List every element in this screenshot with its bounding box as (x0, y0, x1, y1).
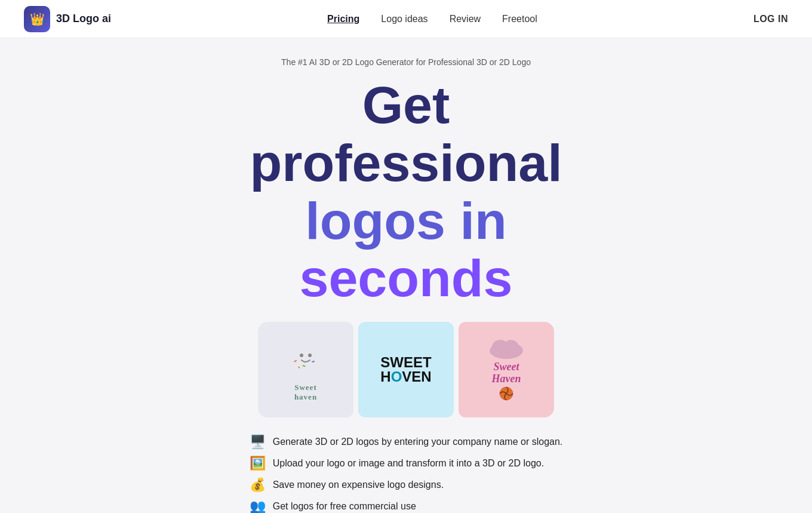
logo-card-3: SweetHaven (459, 322, 554, 417)
nav-link-freetool[interactable]: Freetool (502, 14, 537, 24)
brand-logo[interactable]: 👑 3D Logo ai (24, 6, 111, 32)
svg-point-10 (504, 340, 518, 352)
nav-link-logo-ideas[interactable]: Logo ideas (381, 14, 427, 24)
svg-rect-1 (288, 355, 324, 371)
nav-links: Pricing Logo ideas Review Freetool (327, 14, 537, 24)
svg-point-3 (308, 354, 312, 357)
sweet-haven-text-1: Sweethaven (294, 383, 317, 402)
feature-item-3: 💰 Save money on expensive logo designs. (250, 477, 563, 493)
sweet-hoven-logo-2: SWEETHOVEN (376, 351, 436, 389)
logo-showcase: Sweethaven SWEETHOVEN SweetHaven (258, 322, 554, 417)
hero-line-2: professional (250, 134, 562, 192)
logo-card-2: SWEETHOVEN (358, 322, 454, 417)
navbar: 👑 3D Logo ai Pricing Logo ideas Review F… (0, 0, 812, 38)
sweet-haven-text-3: SweetHaven (492, 361, 521, 385)
image-emoji: 🖼️ (250, 456, 266, 471)
monitor-emoji: 🖥️ (250, 434, 266, 450)
hero-heading: Get professional logos in seconds (250, 76, 562, 308)
nav-link-review[interactable]: Review (450, 14, 481, 24)
brand-name: 3D Logo ai (56, 13, 111, 25)
cloud-svg-3 (488, 339, 524, 360)
logo-icon: 👑 (24, 6, 50, 32)
money-emoji: 💰 (250, 477, 266, 493)
page-subtitle: The #1 AI 3D or 2D Logo Generator for Pr… (281, 57, 531, 67)
sweet-haven-logo-1: Sweethaven (282, 337, 330, 402)
login-button[interactable]: LOG IN (753, 14, 788, 24)
features-list: 🖥️ Generate 3D or 2D logos by entering y… (250, 434, 563, 513)
feature-item-4: 👥 Get logos for free commercial use (250, 499, 563, 513)
basketball-icon (499, 386, 513, 401)
feature-text-4: Get logos for free commercial use (273, 501, 416, 512)
feature-item-2: 🖼️ Upload your logo or image and transfo… (250, 456, 563, 471)
svg-point-2 (300, 354, 303, 357)
nav-link-pricing[interactable]: Pricing (327, 14, 359, 24)
feature-item-1: 🖥️ Generate 3D or 2D logos by entering y… (250, 434, 563, 450)
cloud-donut-svg (282, 337, 330, 380)
feature-text-1: Generate 3D or 2D logos by entering your… (273, 437, 563, 447)
feature-text-3: Save money on expensive logo designs. (273, 480, 444, 490)
feature-text-2: Upload your logo or image and transform … (273, 458, 544, 469)
main-content: The #1 AI 3D or 2D Logo Generator for Pr… (0, 38, 812, 513)
hero-line-3: logos in (250, 192, 562, 250)
hero-line-4: seconds (250, 250, 562, 308)
logo-card-1: Sweethaven (258, 322, 353, 417)
sweet-haven-logo-3: SweetHaven (488, 339, 524, 401)
people-emoji: 👥 (250, 499, 266, 513)
hero-line-1: Get (250, 76, 562, 134)
